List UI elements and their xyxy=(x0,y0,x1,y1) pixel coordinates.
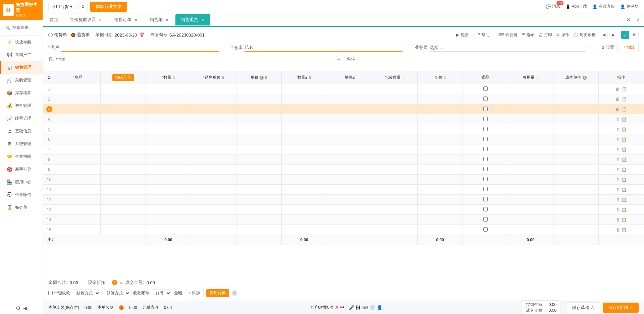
delete-icon-1[interactable]: 🗑 xyxy=(615,87,620,91)
sidebar-item-appstore[interactable]: 🏪 应用中心 xyxy=(0,176,43,188)
account-select[interactable]: 账号 xyxy=(152,289,171,297)
add-fee-btn[interactable]: + 添加 xyxy=(185,289,204,297)
warehouse-input[interactable] xyxy=(245,44,402,52)
gift-checkbox-2[interactable] xyxy=(483,97,488,101)
close-tab-btn[interactable]: ✕ xyxy=(625,16,632,24)
row-1-qty[interactable] xyxy=(146,84,191,94)
row-2-product[interactable] xyxy=(55,94,101,104)
compute-method-select[interactable]: 结算方式 xyxy=(103,289,130,297)
copy-icon-15[interactable]: 📋 xyxy=(622,228,627,232)
user-profile[interactable]: 👤 徐泽华 xyxy=(620,4,639,9)
row-3-unit[interactable] xyxy=(191,104,236,114)
radio-delivery-input[interactable] xyxy=(48,33,53,37)
one-click-payment-checkbox[interactable]: 一键收款 xyxy=(48,290,70,296)
copy-icon-9[interactable]: 📋 xyxy=(622,167,627,172)
copy-icon-5[interactable]: 📋 xyxy=(622,127,627,132)
delete-icon-12[interactable]: 🗑 xyxy=(616,197,620,202)
topbar-settings-btn[interactable]: ⚙ xyxy=(78,2,88,11)
copy-icon-10[interactable]: 📋 xyxy=(622,177,627,182)
copy-icon-4[interactable]: 📋 xyxy=(622,117,627,122)
row-3-pack[interactable] xyxy=(372,104,418,114)
copy-icon-12[interactable]: 📋 xyxy=(622,197,627,202)
help-btn[interactable]: ? 帮助 xyxy=(478,32,489,38)
one-click-payment-input[interactable] xyxy=(48,291,53,295)
row-3-price[interactable] xyxy=(236,104,282,114)
row-2-unit[interactable] xyxy=(191,94,236,104)
operate-btn[interactable]: ⚙ 操作 xyxy=(556,32,569,38)
tab-price-settings[interactable]: 售价提取设置 ✕ xyxy=(64,14,108,25)
row-3-unit2[interactable] xyxy=(327,104,372,114)
select-btn[interactable]: ☰ 选单 xyxy=(522,32,535,38)
delete-icon-6[interactable]: 🗑 xyxy=(616,137,620,142)
delete-icon-15[interactable]: 🗑 xyxy=(616,228,620,232)
customer-input[interactable] xyxy=(61,44,219,52)
gift-checkbox-12[interactable] xyxy=(483,197,488,201)
gift-checkbox-9[interactable] xyxy=(483,167,488,171)
print-btn[interactable]: 🖨 打印 xyxy=(539,32,552,38)
delete-icon-10[interactable]: 🗑 xyxy=(616,177,620,182)
tab-sales-order-close[interactable]: ✕ xyxy=(133,17,138,22)
delete-icon-2[interactable]: 🗑 xyxy=(615,97,620,102)
tab-sales-delivery-close[interactable]: ✕ xyxy=(165,17,169,22)
gift-checkbox-14[interactable] xyxy=(483,217,488,222)
copy-icon-2[interactable]: 📋 xyxy=(622,97,627,102)
list-view-btn[interactable]: ≡ xyxy=(621,31,629,39)
row-2-gift[interactable] xyxy=(463,94,508,104)
scan-input-btn[interactable]: 扫码录入 xyxy=(112,74,134,81)
warehouse-select-icon[interactable]: ··· xyxy=(405,45,408,50)
copy-icon-7[interactable]: 📋 xyxy=(622,147,627,152)
col-settings[interactable]: ⚙ xyxy=(43,71,55,84)
tab-sales-delivery[interactable]: 销货单 ✕ xyxy=(144,14,175,25)
sidebar-item-purchase[interactable]: 🛒 采购管理 xyxy=(0,74,43,86)
history-btn[interactable]: 🕐 历史单据 xyxy=(573,32,596,38)
save-new-btn[interactable]: 保存&新增 ∧ xyxy=(603,303,639,313)
copy-icon-14[interactable]: 📋 xyxy=(622,217,627,222)
row-1-pack[interactable] xyxy=(372,84,418,94)
sidebar-item-guide[interactable]: 🎯 新手引导 xyxy=(0,163,43,176)
row-1-unit[interactable] xyxy=(191,84,236,94)
cost-info-icon[interactable]: i xyxy=(583,76,587,80)
row-3-gift[interactable] xyxy=(463,104,508,114)
message-btn[interactable]: 💬 消息 70 xyxy=(546,4,560,9)
row-1-amount[interactable] xyxy=(418,84,463,94)
sidebar-item-finance[interactable]: 💰 资金管理 xyxy=(0,99,43,112)
sidebar-item-member[interactable]: 🏅 畅会员 xyxy=(0,201,43,214)
address-select-icon[interactable]: ··· xyxy=(337,57,340,62)
gift-checkbox-1[interactable] xyxy=(483,86,488,91)
sidebar-item-basic[interactable]: 🗂 基础信息 xyxy=(0,125,43,137)
gift-checkbox-15[interactable] xyxy=(483,227,488,232)
radio-return[interactable]: 退货单 xyxy=(71,32,90,38)
address-input[interactable] xyxy=(68,55,335,63)
row-3-qty2[interactable] xyxy=(282,104,327,114)
delete-icon-4[interactable]: 🗑 xyxy=(616,117,620,122)
video-btn[interactable]: ▶ 视频 xyxy=(456,32,469,38)
col-qty-sort-icon[interactable]: ⇅ xyxy=(172,76,175,79)
tab-home[interactable]: 首页 xyxy=(44,14,64,25)
tab-sales-return-close[interactable]: ✕ xyxy=(200,17,205,22)
radio-delivery[interactable]: 销货单 xyxy=(48,32,67,38)
online-service-btn[interactable]: 👤 在线客服 xyxy=(592,4,615,9)
col-price-sort-icon[interactable]: ⇅ xyxy=(265,76,267,79)
sidebar-item-system[interactable]: ⚙ 系统管理 xyxy=(0,137,43,150)
row-3-product[interactable] xyxy=(55,104,101,114)
grid-view-btn[interactable]: ⊞ xyxy=(631,31,639,39)
delete-icon-14[interactable]: 🗑 xyxy=(616,217,620,222)
accounting-method-select[interactable]: 结算方式 xyxy=(73,289,100,297)
sidebar-collapse-btn[interactable]: ◀ xyxy=(23,305,27,311)
row-3-amount[interactable] xyxy=(418,104,463,114)
customer-select-icon[interactable]: ··· xyxy=(221,45,225,50)
unit-price-info-icon[interactable]: i xyxy=(260,76,264,80)
col-avail-sort-icon[interactable]: ⇅ xyxy=(536,76,539,79)
copy-icon-6[interactable]: 📋 xyxy=(622,137,627,142)
row-1-price[interactable] xyxy=(236,84,282,94)
delete-icon-3[interactable]: 🗑 xyxy=(615,107,620,112)
delete-icon-13[interactable]: 🗑 xyxy=(616,207,620,212)
sidebar-item-enterprise[interactable]: 🤝 企业协同 xyxy=(0,150,43,163)
gift-checkbox-4[interactable] xyxy=(483,117,488,121)
gift-checkbox-11[interactable] xyxy=(483,187,488,191)
copy-icon-11[interactable]: 📋 xyxy=(622,187,627,192)
save-draft-btn[interactable]: 保存草稿 ∧ xyxy=(566,302,600,313)
row-add-btn[interactable]: + xyxy=(43,104,55,114)
row-2-price[interactable] xyxy=(236,94,282,104)
row-1-gift[interactable] xyxy=(463,84,508,94)
